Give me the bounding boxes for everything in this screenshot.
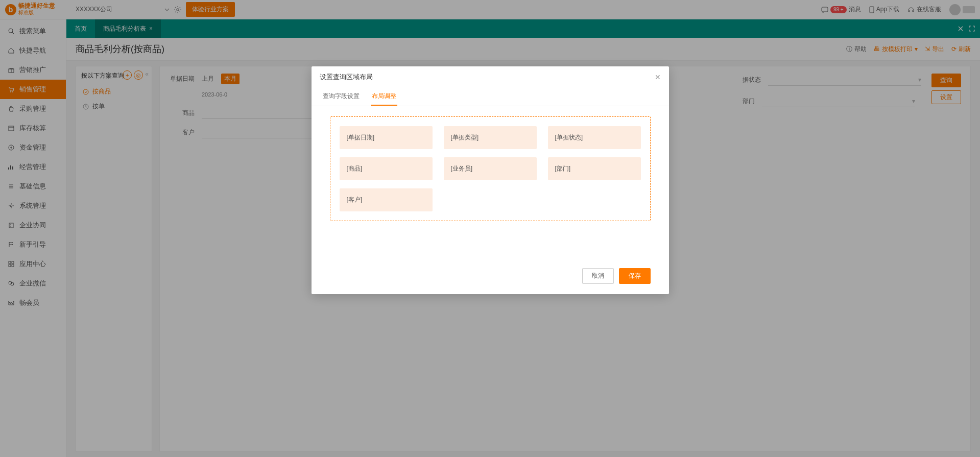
- modal-backdrop: 设置查询区域布局 ✕ 查询字段设置 布局调整 [单据日期] [单据类型] [单据…: [0, 0, 980, 457]
- field-chip[interactable]: [单据类型]: [444, 126, 537, 149]
- field-chip[interactable]: [部门]: [548, 157, 641, 180]
- modal-footer: 取消 保存: [312, 262, 669, 294]
- modal-title: 设置查询区域布局: [320, 73, 373, 82]
- layout-drop-zone[interactable]: [单据日期] [单据类型] [单据状态] [商品] [业务员] [部门] [客户…: [330, 116, 651, 221]
- field-chip[interactable]: [业务员]: [444, 157, 537, 180]
- modal-header: 设置查询区域布局 ✕: [312, 66, 669, 88]
- field-chip[interactable]: [单据日期]: [340, 126, 433, 149]
- field-chip[interactable]: [商品]: [340, 157, 433, 180]
- close-icon[interactable]: ✕: [655, 73, 661, 81]
- modal-tabs: 查询字段设置 布局调整: [312, 88, 669, 106]
- cancel-button[interactable]: 取消: [582, 268, 614, 284]
- modal-tab-layout[interactable]: 布局调整: [371, 88, 397, 106]
- modal-tab-fields[interactable]: 查询字段设置: [322, 88, 361, 106]
- field-chip[interactable]: [客户]: [340, 188, 433, 211]
- field-chip[interactable]: [单据状态]: [548, 126, 641, 149]
- save-button[interactable]: 保存: [619, 268, 651, 284]
- layout-settings-modal: 设置查询区域布局 ✕ 查询字段设置 布局调整 [单据日期] [单据类型] [单据…: [312, 66, 669, 294]
- modal-body: [单据日期] [单据类型] [单据状态] [商品] [业务员] [部门] [客户…: [312, 106, 669, 262]
